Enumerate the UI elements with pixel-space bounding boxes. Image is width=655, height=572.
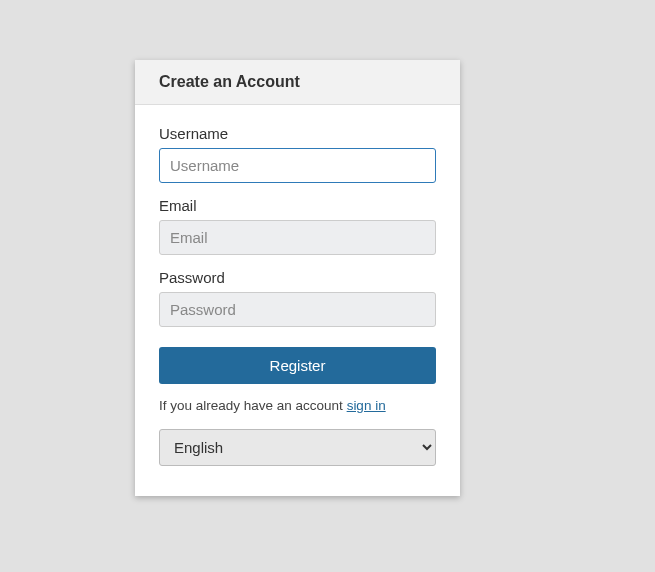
signin-prompt: If you already have an account sign in (159, 398, 436, 413)
email-group: Email (159, 197, 436, 255)
username-label: Username (159, 125, 436, 142)
language-select[interactable]: English (159, 429, 436, 466)
password-group: Password (159, 269, 436, 327)
signin-prefix: If you already have an account (159, 398, 347, 413)
email-label: Email (159, 197, 436, 214)
panel-title: Create an Account (135, 60, 460, 105)
signin-link[interactable]: sign in (347, 398, 386, 413)
password-label: Password (159, 269, 436, 286)
password-input[interactable] (159, 292, 436, 327)
username-group: Username (159, 125, 436, 183)
register-button[interactable]: Register (159, 347, 436, 384)
panel-body: Username Email Password Register If you … (135, 105, 460, 496)
username-input[interactable] (159, 148, 436, 183)
email-input[interactable] (159, 220, 436, 255)
register-panel: Create an Account Username Email Passwor… (135, 60, 460, 496)
